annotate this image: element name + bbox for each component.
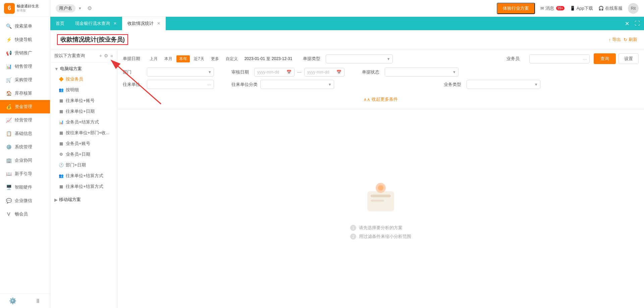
app-download-btn[interactable]: 📱 App下载 (570, 5, 593, 11)
chevron-down-icon: ▾ (329, 82, 331, 87)
sidebar-item-hardware[interactable]: 🖥️ 智能硬件 (0, 181, 50, 194)
topbar-user: 用户名 (56, 4, 75, 12)
sidebar-item-basic-info[interactable]: 📋 基础信息 (0, 127, 50, 140)
chevron-down-icon: ▾ (387, 56, 390, 61)
right-panel: 单据日期 上月 本月 本年 近7天 更多 自定义 2023-01-01 至 (117, 49, 644, 308)
collapse-sidebar-icon[interactable]: ⏸ (35, 298, 41, 305)
sidebar-item-marketing[interactable]: 📢 营销推广 (0, 46, 50, 60)
scheme-group-mobile: ▶ 移动端方案 (50, 193, 117, 206)
scheme-item-partner-settlement1[interactable]: 👥 往来单位+结算方式 (50, 170, 117, 181)
sidebar-item-system[interactable]: ⚙️ 系统管理 (0, 140, 50, 154)
tab-controls: ✕ ⛶ (624, 19, 644, 28)
sidebar-nav: 🔍 搜索菜单 ⚡ 快捷导航 📢 营销推广 📊 销售管理 🛒 采购管理 🏠 库存核… (0, 17, 50, 294)
logo-icon: 6 (4, 3, 15, 14)
message-btn[interactable]: ✉ 消息 99+ (540, 5, 565, 11)
inventory-icon: 🏠 (5, 90, 12, 97)
partner-select[interactable]: ··· (147, 80, 214, 89)
scheme-item-partner-account[interactable]: ▦ 往来单位+账号 (50, 95, 117, 106)
review-date-end[interactable]: yyyy-mm-dd 📅 (304, 68, 344, 76)
scheme-item-partner-dept-recv[interactable]: ▦ 按往来单位+部门+收... (50, 127, 117, 138)
scheme-item-partner-date[interactable]: ▦ 往来单位+日期 (50, 106, 117, 117)
online-service-btn[interactable]: 🎧 在线客服 (598, 5, 623, 11)
scheme-item-salesman-account[interactable]: ▦ 业务员+账号 (50, 138, 117, 149)
business-type-select[interactable]: ▾ (467, 80, 540, 89)
sidebar-item-inventory[interactable]: 🏠 库存核算 (0, 87, 50, 100)
tab-bank-flow[interactable]: 现金银行流水查询 ✕ (70, 17, 122, 30)
sidebar-item-enterprise[interactable]: 🏢 企业协同 (0, 154, 50, 167)
sidebar-item-operation[interactable]: 📈 经营管理 (0, 113, 50, 127)
panel-header: 按以下方案查询 + ⚙ « (50, 49, 117, 62)
refresh-btn[interactable]: ↻ 刷新 (624, 37, 637, 43)
tab-close-payment-stats[interactable]: ✕ (157, 21, 160, 26)
scheme-group-mobile-title[interactable]: ▶ 移动端方案 (50, 195, 117, 205)
sidebar-item-quick-nav[interactable]: ⚡ 快捷导航 (0, 33, 50, 46)
sidebar-item-guide[interactable]: 📖 新手引导 (0, 167, 50, 181)
page-title: 收款情况统计(按业务员) (57, 34, 128, 45)
date-tab-this-month[interactable]: 本月 (162, 55, 175, 62)
query-row-1: 单据日期 上月 本月 本年 近7天 更多 自定义 2023-01-01 至 (123, 53, 639, 64)
export-btn[interactable]: ↑ 导出 (609, 37, 621, 43)
basicinfo-icon: 📋 (5, 130, 12, 137)
date-tab-custom[interactable]: 自定义 (223, 55, 240, 62)
review-date-start[interactable]: yyyy-mm-dd 📅 (254, 68, 294, 76)
tab-maximize[interactable]: ⛶ (633, 19, 641, 28)
date-tabs: 上月 本月 本年 近7天 更多 自定义 (147, 55, 240, 62)
settings-bottom-icon[interactable]: ⚙️ (9, 297, 16, 305)
sales-icon: 📊 (5, 63, 12, 70)
date-tab-last-month[interactable]: 上月 (147, 55, 160, 62)
scheme-item-partner-settlement2[interactable]: ▦ 往来单位+结算方式 (50, 181, 117, 192)
scheme-item-salesman-settlement[interactable]: 📊 业务员+结算方式 (50, 117, 117, 127)
sidebar-item-label: 资金管理 (15, 104, 32, 110)
hardware-icon: 🖥️ (5, 184, 12, 191)
export-icon: ↑ (609, 37, 611, 42)
sidebar-item-label: 畅会员 (15, 211, 28, 217)
sidebar-item-finance[interactable]: 💰 资金管理 (0, 100, 50, 113)
date-tab-more[interactable]: 更多 (208, 55, 222, 62)
trial-button[interactable]: 体验行业方案 (497, 3, 535, 14)
review-date-field: 审核日期 yyyy-mm-dd 📅 — yyyy-mm-dd 📅 (231, 68, 344, 76)
settings-button[interactable]: 设置 (619, 53, 639, 64)
tab-close-all[interactable]: ✕ (624, 19, 631, 28)
topbar-actions: 体验行业方案 ✉ 消息 99+ 📱 App下载 🎧 在线客服 Rit (497, 3, 639, 14)
sidebar-item-sales[interactable]: 📊 销售管理 (0, 60, 50, 73)
scheme-group-desktop-title[interactable]: ▼ 电脑端方案 (50, 64, 117, 74)
scheme-item-salesman-date[interactable]: ⚙ 业务员+日期 (50, 149, 117, 160)
scheme-group-desktop: ▼ 电脑端方案 🔶 按业务员 👥 按明细 ▦ 往来单位+账号 (50, 62, 117, 193)
sidebar-item-search[interactable]: 🔍 搜索菜单 (0, 19, 50, 33)
date-tab-7days[interactable]: 近7天 (191, 55, 207, 62)
tab-close-bank-flow[interactable]: ✕ (113, 21, 117, 26)
tab-payment-stats[interactable]: 收款情况统计 ✕ (122, 17, 166, 30)
collapse-panel-icon[interactable]: « (110, 53, 113, 58)
user-avatar[interactable]: Rit (628, 3, 639, 14)
topbar-settings-icon[interactable]: ⚙ (87, 5, 92, 11)
tip-text-1: 请先选择要分析的方案 (359, 225, 402, 231)
collapse-up-icon: ∧∧ (364, 97, 370, 102)
scheme-item-detail[interactable]: 👥 按明细 (50, 85, 117, 95)
date-tab-this-year[interactable]: 本年 (176, 55, 190, 62)
sidebar-item-label: 系统管理 (15, 144, 32, 150)
sidebar-item-purchase[interactable]: 🛒 采购管理 (0, 73, 50, 87)
voucher-status-select[interactable]: ▾ (385, 67, 459, 76)
voucher-type-field: 单据类型 ▾ (303, 54, 502, 63)
partner-classification-select[interactable]: ▾ (260, 80, 334, 89)
chevron-down-icon: ▾ (209, 69, 211, 74)
panel-header-icons: + ⚙ « (99, 53, 113, 58)
sidebar-item-vip[interactable]: V 畅会员 (0, 207, 50, 221)
message-icon: ✉ (540, 6, 544, 11)
dropdown-icon[interactable]: ▾ (79, 6, 81, 11)
scheme-item-by-salesman[interactable]: 🔶 按业务员 (50, 74, 117, 85)
collapse-btn[interactable]: ∧∧ 收起更多条件 (361, 94, 400, 105)
business-type-field: 业务类型 ▾ (444, 80, 639, 89)
scheme-item-dept-date[interactable]: 🕐 部门+日期 (50, 160, 117, 170)
salesman-select[interactable]: ··· (529, 54, 590, 63)
main-content: 用户名 ▾ ⚙ 体验行业方案 ✉ 消息 99+ 📱 App下载 🎧 在线客服 R… (50, 0, 644, 308)
add-scheme-icon[interactable]: + (99, 53, 102, 58)
voucher-type-label: 单据类型 (303, 56, 323, 62)
scheme-settings-icon[interactable]: ⚙ (104, 53, 108, 58)
department-select[interactable]: ▾ (147, 67, 214, 76)
sidebar-item-label: 营销推广 (15, 50, 32, 56)
voucher-type-select[interactable]: ▾ (326, 54, 393, 63)
tab-home[interactable]: 首页 (50, 17, 70, 30)
query-button[interactable]: 查询 (594, 53, 616, 64)
sidebar-item-wechat[interactable]: 💬 企业微信 (0, 194, 50, 207)
